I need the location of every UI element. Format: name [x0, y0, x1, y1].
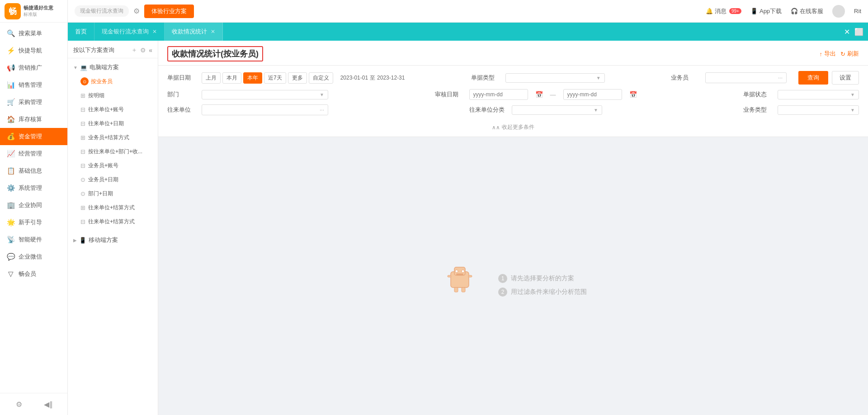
sidebar-item-marketing[interactable]: 📢营销推广 — [0, 59, 67, 76]
receipt-tab-close-icon[interactable]: ✕ — [211, 28, 215, 35]
quicknav-icon: ⚡ — [7, 47, 15, 55]
tab-bank[interactable]: 现金银行流水查询 ✕ — [94, 23, 165, 41]
panel-settings-icon[interactable]: ⚙ — [140, 47, 146, 54]
desktop-arrow-icon: ▼ — [73, 65, 78, 70]
svg-rect-6 — [468, 275, 472, 277]
review-date-start[interactable] — [469, 89, 528, 100]
page-content: 按以下方案查询 ＋ ⚙ « ▼ 💻 电脑端方案 ⊙ 按业务员 — [68, 41, 868, 415]
last-7-btn[interactable]: 近7天 — [264, 72, 286, 84]
collapse-label: 收起更多条件 — [502, 123, 534, 131]
sidebar: 畅 畅捷通好生意 标准版 🔍搜索菜单⚡快捷导航📢营销推广📊销售管理🛒采购管理🏠库… — [0, 0, 68, 415]
settings-bottom-icon[interactable]: ⚙ — [13, 398, 25, 410]
custom-btn[interactable]: 自定义 — [309, 72, 333, 84]
refresh-button[interactable]: ↻ 刷新 — [840, 50, 859, 58]
item-by-unit-dept[interactable]: ⊟ 按往来单位+部门+收... — [68, 145, 158, 159]
sidebar-item-guide[interactable]: 🌟新手引导 — [0, 214, 67, 231]
trial-button[interactable]: 体验行业方案 — [144, 5, 194, 18]
panel-add-icon[interactable]: ＋ — [131, 46, 137, 54]
item-by-unit-account[interactable]: ⊟ 往来单位+账号 — [68, 103, 158, 117]
partner-select[interactable]: ··· — [202, 104, 328, 115]
this-year-btn[interactable]: 本年 — [243, 72, 262, 84]
refresh-label: 刷新 — [847, 50, 859, 58]
sidebar-item-label: 搜索菜单 — [19, 29, 42, 38]
search-icon: 🔍 — [7, 29, 15, 38]
query-button[interactable]: 查询 — [798, 71, 828, 85]
sidebar-item-finance[interactable]: 💰资金管理 — [0, 128, 67, 145]
header-gear-icon[interactable]: ⚙ — [133, 7, 140, 15]
bank-tab-label: 现金银行流水查询 — [102, 28, 149, 36]
sidebar-item-basic[interactable]: 📋基础信息 — [0, 162, 67, 179]
sidebar-item-inventory[interactable]: 🏠库存核算 — [0, 111, 67, 128]
item-by-salesperson-date[interactable]: ⊙ 业务员+日期 — [68, 173, 158, 187]
item-by-unit-settlement2[interactable]: ⊟ 往来单位+结算方式 — [68, 215, 158, 229]
inventory-icon: 🏠 — [7, 115, 15, 123]
hint-2: 2 用过滤条件来缩小分析范围 — [498, 288, 587, 297]
item-by-detail[interactable]: ⊞ 按明细 — [68, 89, 158, 103]
item-label: 业务员+账号 — [88, 162, 118, 170]
mobile-icon: 📱 — [750, 8, 758, 14]
this-month-btn[interactable]: 本月 — [222, 72, 241, 84]
mobile-section-title[interactable]: ▶ 📱 移动端方案 — [68, 233, 158, 247]
review-date-end[interactable] — [563, 89, 622, 100]
sidebar-item-member[interactable]: ▽畅会员 — [0, 265, 67, 283]
sidebar-item-label: 新手引导 — [19, 218, 42, 226]
collapse-bottom-icon[interactable]: ◀∥ — [42, 398, 55, 410]
notification-item[interactable]: 🔔 消息 99+ — [706, 7, 741, 15]
tab-home[interactable]: 首页 — [68, 23, 94, 41]
sidebar-item-quicknav[interactable]: ⚡快捷导航 — [0, 42, 67, 59]
tab-receipt[interactable]: 收款情况统计 ✕ — [165, 23, 223, 41]
item-by-dept-date[interactable]: ⊙ 部门+日期 — [68, 187, 158, 201]
last-month-btn[interactable]: 上月 — [202, 72, 221, 84]
sidebar-item-operations[interactable]: 📈经营管理 — [0, 145, 67, 162]
tab-close-window-icon[interactable]: ✕ — [844, 28, 850, 36]
item-by-salesperson-account[interactable]: ⊟ 业务员+账号 — [68, 159, 158, 173]
item-icon: ⊟ — [80, 120, 85, 127]
biz-type-select[interactable]: ▼ — [778, 105, 859, 115]
sidebar-item-sales[interactable]: 📊销售管理 — [0, 76, 67, 94]
svg-rect-8 — [462, 288, 465, 292]
receipt-tab-label: 收款情况统计 — [172, 28, 207, 36]
settings-button[interactable]: 设置 — [832, 71, 859, 85]
item-by-salesperson[interactable]: ⊙ 按业务员 — [68, 74, 158, 89]
salesperson-select[interactable]: ··· — [705, 72, 787, 83]
calendar-end-icon[interactable]: 📅 — [629, 91, 637, 98]
desktop-section-title[interactable]: ▼ 💻 电脑端方案 — [68, 61, 158, 74]
date-filter: 上月 本月 本年 近7天 更多 自定义 — [202, 72, 333, 84]
doc-type-arrow: ▼ — [596, 75, 601, 80]
bank-tab-close-icon[interactable]: ✕ — [152, 28, 157, 35]
item-by-salesperson-settlement[interactable]: ⊞ 业务员+结算方式 — [68, 131, 158, 145]
partner-category-select[interactable]: ▼ — [512, 105, 602, 115]
salesperson-dots[interactable]: ··· — [778, 75, 783, 81]
partner-category-arrow: ▼ — [594, 108, 598, 113]
sidebar-item-search[interactable]: 🔍搜索菜单 — [0, 25, 67, 42]
sidebar-item-hardware[interactable]: 📡智能硬件 — [0, 231, 67, 248]
item-by-unit-settlement1[interactable]: ⊞ 往来单位+结算方式 — [68, 201, 158, 215]
partner-dots[interactable]: ··· — [320, 107, 324, 113]
doc-status-select[interactable]: ▼ — [778, 90, 859, 99]
online-service-item[interactable]: 🎧 在线客服 — [791, 7, 823, 15]
salesperson-label: 业务员 — [671, 74, 698, 82]
dept-arrow: ▼ — [320, 92, 324, 97]
app-download-item[interactable]: 📱 App下载 — [750, 7, 782, 15]
item-label: 按明细 — [88, 92, 104, 99]
dept-select[interactable]: ▼ — [202, 90, 328, 99]
panel-actions: ＋ ⚙ « — [131, 46, 152, 54]
export-button[interactable]: ↑ 导出 — [820, 50, 836, 58]
doc-type-label: 单据类型 — [471, 74, 498, 82]
user-name[interactable]: Rit — [854, 8, 861, 14]
user-avatar[interactable] — [832, 5, 845, 18]
calendar-start-icon[interactable]: 📅 — [535, 91, 543, 98]
tab-maximize-icon[interactable]: ⬜ — [854, 28, 863, 36]
panel-collapse-icon[interactable]: « — [149, 47, 152, 54]
item-by-unit-date[interactable]: ⊟ 往来单位+日期 — [68, 117, 158, 131]
biz-type-arrow: ▼ — [850, 108, 855, 113]
doc-type-select[interactable]: ▼ — [505, 73, 605, 83]
item-icon: ⊟ — [80, 148, 85, 155]
item-label: 业务员+日期 — [88, 176, 118, 184]
sidebar-item-purchase[interactable]: 🛒采购管理 — [0, 94, 67, 111]
sidebar-item-enterprise[interactable]: 🏢企业协同 — [0, 197, 67, 214]
sidebar-item-wechat[interactable]: 💬企业微信 — [0, 248, 67, 265]
collapse-button[interactable]: ∧∧ 收起更多条件 — [167, 120, 859, 131]
sidebar-item-system[interactable]: ⚙️系统管理 — [0, 179, 67, 197]
more-btn[interactable]: 更多 — [288, 72, 307, 84]
